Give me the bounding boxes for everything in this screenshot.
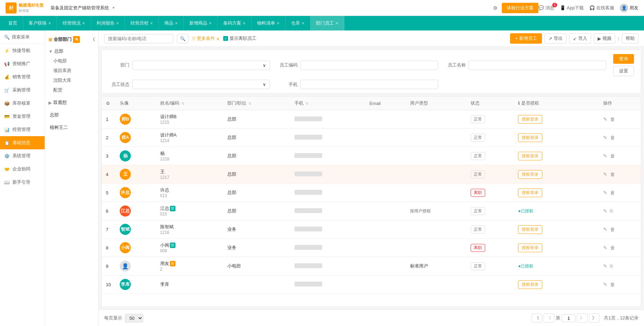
edit-icon[interactable]: ✎ [603, 116, 607, 122]
dept-group-title-shuanglu[interactable]: ▶ 双鹿想 [45, 98, 98, 107]
next-page-button[interactable]: 〉 [577, 314, 588, 323]
dept-collapse-icon[interactable]: 《 [91, 37, 95, 43]
tab-operation[interactable]: 经营情况✕ [57, 16, 91, 30]
edit-icon[interactable]: ✎ [603, 171, 607, 177]
dept-edit-icon[interactable]: ✎ [73, 36, 80, 43]
add-employee-button[interactable]: + 新增员工 [510, 33, 542, 44]
delete-icon[interactable]: 🗑 [610, 153, 615, 159]
filter-setting-button[interactable]: 设置 [613, 66, 634, 76]
dept-group-title-zhishu[interactable]: 植树王二 [45, 123, 98, 132]
edit-icon[interactable]: ✎ [603, 153, 607, 159]
col-phone[interactable]: 手机 ⇅ [290, 97, 365, 110]
edit-icon[interactable]: ✎ [603, 245, 607, 250]
sidebar-item-purchase[interactable]: 🛒 采购管理 [0, 83, 45, 97]
export-button[interactable]: ↗ 导出 [545, 33, 566, 44]
tab-close-icon[interactable]: ✕ [116, 21, 119, 26]
online-service-link[interactable]: 🎧 在线客服 [589, 5, 614, 11]
tab-profit[interactable]: 利润报告✕ [91, 16, 125, 30]
col-settings[interactable]: ⚙ [102, 97, 116, 110]
delete-icon[interactable]: 🗑 [610, 135, 615, 140]
sidebar-item-guide[interactable]: 📖 新手引导 [0, 176, 45, 189]
app-download-link[interactable]: 📱 App下载 [560, 5, 584, 11]
more-conditions[interactable]: ▽ 更多条件 ∧ [192, 35, 220, 42]
filter-phone-input[interactable] [300, 80, 438, 89]
filter-dept-select[interactable]: ∨ [132, 61, 270, 70]
tab-close-icon[interactable]: ✕ [243, 21, 246, 26]
video-button[interactable]: ▶ 视频 [594, 33, 615, 44]
sidebar-item-basic[interactable]: 📋 基础信息 [0, 136, 45, 149]
col-dept[interactable]: 部门/职位 ⇅ [223, 97, 290, 110]
tab-staff[interactable]: 部门员工✕ [310, 16, 344, 30]
tab-history[interactable]: 经营历程✕ [125, 16, 159, 30]
dept-child-project[interactable]: 项目库房 [45, 66, 98, 76]
auth-button[interactable]: 授权登录 [518, 280, 542, 289]
sidebar-item-system[interactable]: ⚙️ 系统管理 [0, 149, 45, 162]
tab-close-icon[interactable]: ✕ [301, 21, 305, 26]
copy-icon[interactable]: ⎘ [610, 208, 613, 214]
edit-icon[interactable]: ✎ [603, 208, 607, 214]
delete-icon[interactable]: 🗑 [610, 227, 615, 232]
sidebar-item-collab[interactable]: 🤝 企业协同 [0, 162, 45, 176]
sidebar-item-search[interactable]: 🔍 搜索菜单 [0, 30, 45, 44]
dept-child-shenyang[interactable]: 沈阳大库 [45, 76, 98, 85]
delete-icon[interactable]: 🗑 [610, 245, 615, 250]
page-size-select[interactable]: 50 [125, 314, 143, 323]
tab-close-icon[interactable]: ✕ [276, 21, 280, 26]
trial-button[interactable]: 体验行业方案 [502, 3, 538, 13]
tab-close-icon[interactable]: ✕ [48, 21, 51, 26]
prev-page-button[interactable]: 〈 [544, 314, 554, 323]
page-number-input[interactable] [562, 314, 575, 322]
tab-add-goods[interactable]: 新增商品✕ [184, 16, 218, 30]
tab-close-icon[interactable]: ✕ [209, 21, 212, 26]
filter-status-select[interactable]: ∨ [132, 80, 270, 89]
show-former-checkbox[interactable]: ✓ 显示离职员工 [223, 35, 256, 42]
help-button[interactable]: 帮助 [622, 33, 638, 44]
auth-button[interactable]: 授权登录 [518, 115, 542, 124]
auth-button[interactable]: 授权登录 [518, 152, 542, 160]
tab-goods[interactable]: 商品✕ [159, 16, 184, 30]
dept-child-xiaodian[interactable]: 小电部 [45, 56, 98, 66]
delete-icon[interactable]: 🗑 [610, 171, 615, 177]
dept-child-peihuo[interactable]: 配货 [45, 85, 98, 95]
sidebar-item-shortcut[interactable]: ⚡ 快捷导航 [0, 44, 45, 57]
delete-icon[interactable]: 🗑 [610, 116, 615, 122]
delete-icon[interactable]: 🗑 [610, 282, 615, 287]
sidebar-item-inventory[interactable]: 📦 库存核算 [0, 97, 45, 110]
tab-bom[interactable]: 物料清单✕ [252, 16, 285, 30]
edit-icon[interactable]: ✎ [603, 282, 607, 287]
dropdown-arrow-icon[interactable]: ▼ [112, 6, 115, 10]
copy-icon[interactable]: ⎘ [610, 263, 613, 269]
edit-icon[interactable]: ✎ [603, 190, 607, 195]
auth-button[interactable]: 授权登录 [518, 244, 542, 252]
tab-home[interactable]: 首页 [3, 16, 23, 30]
edit-icon[interactable]: ✎ [603, 135, 607, 140]
tab-close-icon[interactable]: ✕ [335, 21, 338, 26]
auth-button[interactable]: 授权登录 [518, 225, 542, 234]
query-button[interactable]: 查询 [613, 54, 634, 64]
sidebar-item-marketing[interactable]: 📢 营销推广 [0, 57, 45, 70]
tab-barcode[interactable]: 条码方案✕ [218, 16, 252, 30]
tab-close-icon[interactable]: ✕ [150, 21, 153, 26]
sidebar-item-business[interactable]: 📊 经营管理 [0, 123, 45, 136]
tab-customer[interactable]: 客户联络✕ [23, 16, 57, 30]
search-button[interactable]: 🔍 [177, 34, 189, 43]
auth-button[interactable]: 授权登录 [518, 133, 542, 142]
sidebar-item-finance[interactable]: 💳 资金管理 [0, 110, 45, 123]
edit-icon[interactable]: ✎ [603, 227, 607, 232]
sidebar-item-sales[interactable]: 💰 销售管理 [0, 70, 45, 83]
edit-icon[interactable]: ✎ [603, 263, 607, 269]
user-area[interactable]: 👤 用友 [620, 4, 638, 12]
filter-emp-code-input[interactable] [300, 61, 438, 70]
last-page-button[interactable]: 》 [589, 314, 600, 323]
first-page-button[interactable]: 《 [532, 314, 542, 323]
auth-button[interactable]: 授权登录 [518, 170, 542, 179]
settings-icon[interactable]: ⚙ [493, 5, 498, 11]
auth-button[interactable]: 授权登录 [518, 188, 542, 197]
filter-emp-name-input[interactable] [469, 61, 606, 70]
tab-close-icon[interactable]: ✕ [82, 21, 85, 26]
tab-warehouse[interactable]: 仓库✕ [285, 16, 310, 30]
delete-icon[interactable]: 🗑 [610, 190, 615, 195]
col-name[interactable]: 姓名/编码 ⇅ [156, 97, 223, 110]
import-button[interactable]: ↙ 导入 [569, 33, 591, 44]
message-area[interactable]: 💬 消息 6 [538, 5, 554, 11]
